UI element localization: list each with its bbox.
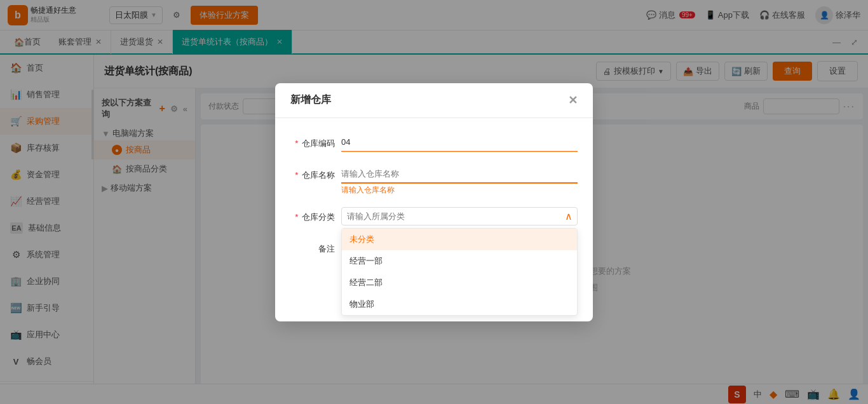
dialog-header: 新增仓库 ✕ [275,83,593,118]
category-input[interactable] [341,207,578,226]
code-control [341,133,578,152]
category-dropdown: 未分类 经营一部 经营二部 物业部 [341,228,578,316]
name-label: * 仓库名称 [290,165,341,185]
category-control: ∧ 未分类 经营一部 经营二部 物业部 [341,207,578,226]
name-control: 请输入仓库名称 [341,165,578,196]
form-row-code: * 仓库编码 [290,133,578,154]
name-input[interactable] [341,165,578,184]
dropdown-item-dept2[interactable]: 经营二部 [342,272,577,293]
dialog-body: * 仓库编码 * 仓库名称 请输入仓库名称 [275,118,593,281]
category-toggle-button[interactable]: ∧ [565,210,573,222]
category-label: * 仓库分类 [290,207,341,227]
dialog-overlay: 新增仓库 ✕ * 仓库编码 * 仓库名称 [0,0,868,404]
form-row-name: * 仓库名称 请输入仓库名称 [290,165,578,196]
add-warehouse-dialog: 新增仓库 ✕ * 仓库编码 * 仓库名称 [275,83,593,321]
dialog-title: 新增仓库 [290,93,331,107]
remark-label: 备注 [290,239,341,259]
code-label: * 仓库编码 [290,133,341,154]
name-error-msg: 请输入仓库名称 [341,185,578,196]
code-underline [341,151,578,152]
code-input[interactable] [341,133,578,151]
dropdown-item-dept1[interactable]: 经营一部 [342,250,577,272]
dialog-close-button[interactable]: ✕ [568,93,578,107]
form-row-category: * 仓库分类 ∧ 未分类 经营一部 经营二部 物业部 [290,207,578,227]
dropdown-item-none[interactable]: 未分类 [342,229,577,250]
dropdown-item-property[interactable]: 物业部 [342,293,577,315]
